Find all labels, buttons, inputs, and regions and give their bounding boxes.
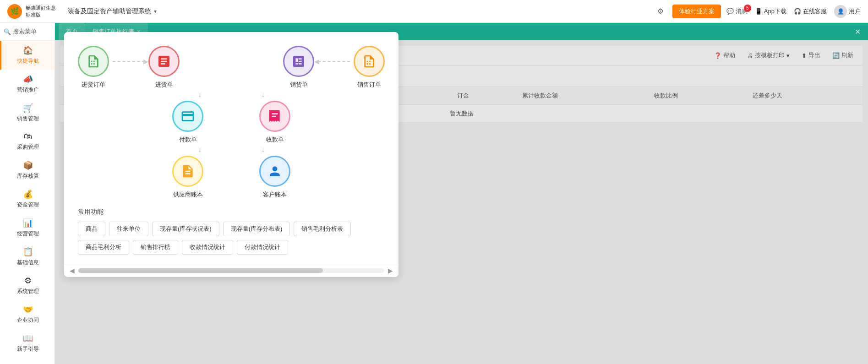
common-section: 常用功能 商品 往来单位 现存量(库存状况表) 现存量(库存分布表) 销售毛利分… (64, 208, 399, 264)
sales-order-col: 销售订单 (354, 46, 385, 89)
payment-label: 付款单 (179, 136, 197, 144)
online-service-btn[interactable]: 🎧 在线客服 (794, 7, 827, 16)
func-btn-receipt-stats[interactable]: 收款情况统计 (182, 240, 233, 255)
sales-order-circle (354, 46, 385, 77)
user-area[interactable]: 👤 用户 (834, 5, 861, 18)
common-title: 常用功能 (78, 208, 385, 216)
sidebar-item-system-label: 系统管理 (17, 288, 39, 295)
supplier-ledger-col: 供应商账本 (172, 156, 203, 199)
purchase-bill-circle (148, 46, 180, 77)
search-menu[interactable]: 🔍 搜索菜单 (0, 23, 55, 41)
customer-ledger-circle (259, 156, 290, 187)
service-label: 在线客服 (803, 7, 827, 16)
base-icon: 📋 (23, 247, 33, 257)
system-title-area: 装备及固定资产辅助管理系统 ▾ (68, 7, 649, 16)
func-btn-sales-profit[interactable]: 销售毛利分析表 (294, 222, 351, 236)
operation-icon: 📊 (23, 218, 33, 228)
sidebar-item-system[interactable]: ⚙ 系统管理 (0, 271, 55, 300)
sidebar-item-newbie-label: 新手引导 (17, 345, 39, 353)
supplier-ledger-circle (172, 156, 203, 187)
newbie-icon: 📖 (23, 333, 33, 343)
purchase-bill-label: 进货单 (155, 81, 173, 89)
sidebar-item-marketing-label: 营销推广 (17, 86, 39, 94)
receipt-col: 收款单 (259, 101, 290, 144)
inventory-icon: 📦 (23, 160, 33, 170)
sales-bill-col: 销货单 (283, 46, 314, 89)
header-right: 💬 消息 5 📱 App下载 🎧 在线客服 👤 用户 (726, 5, 861, 18)
sidebar-item-inventory[interactable]: 📦 库存核算 (0, 156, 55, 185)
search-menu-label: 搜索菜单 (13, 27, 37, 36)
marketing-icon: 📣 (23, 74, 33, 84)
search-icon: 🔍 (4, 28, 11, 35)
func-btn-stock-dist[interactable]: 现存量(库存分布表) (223, 222, 290, 236)
sidebar-item-finance[interactable]: 💰 资金管理 (0, 185, 55, 213)
sidebar-item-operation[interactable]: 📊 经营管理 (0, 213, 55, 242)
func-btn-product-profit[interactable]: 商品毛利分析 (78, 240, 129, 255)
sidebar-item-enterprise-label: 企业协同 (17, 316, 39, 324)
sidebar-item-quick[interactable]: 🏠 快捷导航 (0, 41, 55, 70)
logo-line1: 畅康通好生意 (26, 5, 56, 11)
sidebar-item-enterprise[interactable]: 🤝 企业协同 (0, 300, 55, 329)
sidebar-item-newbie[interactable]: 📖 新手引导 (0, 329, 55, 358)
sales-bill-label: 销货单 (290, 81, 308, 89)
service-icon: 🎧 (794, 8, 801, 15)
logo-line2: 标准版 (26, 11, 56, 18)
purchase-icon: 🛍 (24, 132, 32, 141)
scroll-track[interactable] (78, 268, 384, 273)
page-content: ❓ 帮助 🖨 按模板打印 ▾ ⬆ 导出 🔄 刷新 (55, 40, 868, 364)
settings-btn[interactable]: ⚙ (654, 5, 667, 18)
top-header: 🌿 畅康通好生意 标准版 装备及固定资产辅助管理系统 ▾ ⚙ 体验行业方案 💬 … (0, 0, 868, 23)
purchase-bill-col: 进货单 (148, 46, 180, 89)
scroll-area: ◀ ▶ (64, 264, 399, 277)
scroll-left-arrow[interactable]: ◀ (70, 267, 75, 274)
receipt-label: 收款单 (266, 136, 284, 144)
content-area: 首页 销售订单执行表 × ✕ ❓ 帮助 🖨 按模板打印 (55, 23, 868, 364)
app-label: App下载 (764, 7, 786, 16)
sidebar-item-marketing[interactable]: 📣 营销推广 (0, 70, 55, 98)
sidebar-item-finance-label: 资金管理 (17, 201, 39, 209)
payment-col: 付款单 (172, 101, 203, 144)
sidebar-item-operation-label: 经营管理 (17, 230, 39, 238)
payment-circle (172, 101, 203, 132)
modal-box: 进货订单 ▶ (64, 40, 399, 277)
sales-order-label: 销售订单 (357, 81, 381, 89)
sidebar-item-base-label: 基础信息 (17, 259, 39, 266)
enterprise-icon: 🤝 (23, 304, 33, 315)
customer-ledger-label: 客户账本 (263, 190, 287, 199)
func-btn-partner[interactable]: 往来单位 (109, 222, 148, 236)
sidebar-item-sales-label: 销售管理 (17, 115, 39, 123)
sidebar-item-inventory-label: 库存核算 (17, 172, 39, 180)
main-layout: 🔍 搜索菜单 🏠 快捷导航 📣 营销推广 🛒 销售管理 🛍 采购管理 📦 库存核… (0, 23, 868, 364)
app-icon: 📱 (755, 8, 762, 15)
system-icon: ⚙ (24, 276, 32, 286)
flow-section: 进货订单 ▶ (64, 40, 399, 208)
message-btn[interactable]: 💬 消息 5 (726, 7, 748, 16)
sidebar: 🔍 搜索菜单 🏠 快捷导航 📣 营销推广 🛒 销售管理 🛍 采购管理 📦 库存核… (0, 23, 55, 364)
sidebar-item-base[interactable]: 📋 基础信息 (0, 242, 55, 271)
func-btn-sales-rank[interactable]: 销售排行榜 (133, 240, 178, 255)
func-btn-product[interactable]: 商品 (78, 222, 105, 236)
system-dropdown-btn[interactable]: ▾ (154, 8, 157, 15)
purchase-order-label: 进货订单 (82, 81, 105, 89)
sidebar-item-purchase[interactable]: 🛍 采购管理 (0, 127, 55, 156)
scroll-thumb (78, 268, 323, 273)
system-title-text: 装备及固定资产辅助管理系统 (68, 7, 151, 16)
app-download-btn[interactable]: 📱 App下载 (755, 7, 786, 16)
sidebar-item-purchase-label: 采购管理 (17, 143, 39, 151)
receipt-circle (259, 101, 290, 132)
customer-ledger-col: 客户账本 (259, 156, 290, 199)
sales-icon: 🛒 (23, 103, 33, 113)
modal-overlay: 进货订单 ▶ (55, 40, 868, 364)
quick-icon: 🏠 (23, 45, 33, 55)
message-badge: 5 (744, 5, 751, 12)
experience-btn[interactable]: 体验行业方案 (672, 5, 721, 18)
scroll-right-arrow[interactable]: ▶ (388, 267, 393, 274)
logo-area: 🌿 畅康通好生意 标准版 (7, 4, 62, 19)
finance-icon: 💰 (23, 189, 33, 199)
sidebar-item-sales[interactable]: 🛒 销售管理 (0, 98, 55, 127)
purchase-order-col: 进货订单 (78, 46, 109, 89)
logo-text: 畅康通好生意 标准版 (26, 5, 56, 18)
sidebar-item-quick-label: 快捷导航 (17, 57, 39, 65)
func-btn-payment-stats[interactable]: 付款情况统计 (237, 240, 288, 255)
func-btn-stock-status[interactable]: 现存量(库存状况表) (152, 222, 219, 236)
